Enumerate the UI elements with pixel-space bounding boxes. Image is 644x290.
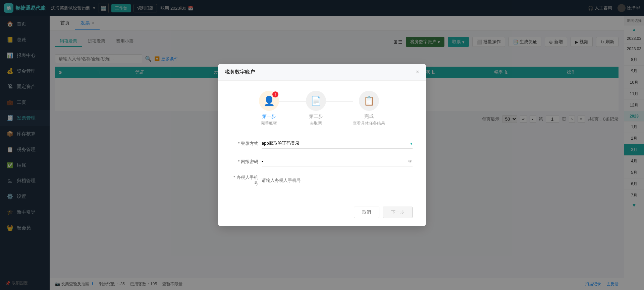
login-method-label: * 登录方式 [231,141,262,147]
password-field: * 网报密码 👁 [231,157,413,166]
step3-icon-wrap: 📋 [359,91,379,111]
password-label: * 网报密码 [231,159,262,165]
phone-input-wrap [262,176,413,185]
modal: 税务数字账户 × 👤 ! 第一步 完善账密 [218,64,426,226]
step-3: 📋 完成 查看具体任务结果 [353,91,385,126]
steps: 👤 ! 第一步 完善账密 📄 第二步 去取票 [231,91,413,126]
select-dropdown-icon: ▾ [410,141,413,146]
step1-icon-wrap: 👤 ! [259,91,279,111]
password-input[interactable] [262,159,405,164]
step2-icon-wrap: 📄 [306,91,326,111]
step3-desc: 查看具体任务结果 [353,121,385,126]
modal-footer: 取消 下一步 [218,201,426,226]
phone-field: * 办税人手机号 [231,174,413,187]
step-2: 📄 第二步 去取票 [306,91,326,126]
modal-body: 👤 ! 第一步 完善账密 📄 第二步 去取票 [218,81,426,201]
step1-error-badge: ! [272,91,278,97]
step-1: 👤 ! 第一步 完善账密 [259,91,279,126]
phone-control [262,176,413,185]
modal-title: 税务数字账户 [225,69,255,75]
step1-desc: 完善账密 [261,121,277,126]
step-connector-2 [326,101,353,101]
step2-label: 第二步 [309,114,323,120]
phone-label: * 办税人手机号 [231,174,262,187]
login-method-select[interactable]: app获取验证码登录 ▾ [262,138,413,149]
cancel-btn[interactable]: 取消 [354,207,379,218]
modal-close-btn[interactable]: × [416,69,419,76]
toggle-password-icon[interactable]: 👁 [408,159,413,164]
step1-label: 第一步 [262,114,276,120]
login-method-field: * 登录方式 app获取验证码登录 ▾ [231,138,413,149]
step-connector-1 [279,101,306,101]
password-input-wrap: 👁 [262,157,413,166]
step1-avatar-icon: 👤 [263,95,275,106]
step3-label: 完成 [364,114,374,120]
phone-input[interactable] [262,178,413,183]
password-control: 👁 [262,157,413,166]
modal-overlay[interactable]: 税务数字账户 × 👤 ! 第一步 完善账密 [0,0,644,290]
step2-desc: 去取票 [310,121,322,126]
modal-header: 税务数字账户 × [218,64,426,81]
step3-clipboard-icon: 📋 [364,96,374,106]
login-method-control: app获取验证码登录 ▾ [262,138,413,149]
next-btn[interactable]: 下一步 [383,207,413,218]
step2-doc-icon: 📄 [311,96,321,106]
